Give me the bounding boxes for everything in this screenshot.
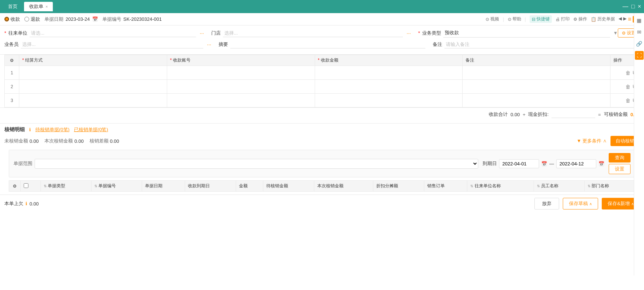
col-settings[interactable]: ⚙ [5, 55, 19, 66]
discount-input[interactable] [551, 111, 595, 118]
window-maximize-btn[interactable]: □ [631, 3, 635, 10]
row-1-num: 1 [5, 66, 19, 80]
toolbar-history[interactable]: 📋 历史单据 [591, 16, 615, 22]
window-minimize-btn[interactable]: — [623, 3, 628, 10]
vcol-gear[interactable]: ⚙ [9, 181, 21, 192]
shortcut-icon: ⊟ [532, 17, 535, 22]
row-3-delete-btn[interactable]: 🗑 [625, 97, 631, 103]
toolbar-print[interactable]: 🖨 打印 [555, 16, 570, 22]
date-field: 单据日期 2023-03-24 📅 [44, 16, 98, 23]
toolbar-operation[interactable]: ⚙ 操作 [573, 16, 587, 22]
tab-active[interactable]: 收款单 × [24, 2, 53, 11]
select-all-checkbox[interactable] [24, 183, 28, 188]
col-settlement: * 结算方式 [19, 55, 167, 66]
row-2-num: 2 [5, 80, 19, 94]
business-type-label: 业务类型 [422, 30, 441, 36]
staff-input[interactable] [21, 40, 203, 48]
radio-refund-label: 退款 [31, 16, 40, 23]
form-area: * 往来单位 ··· 门店 ··· * 业务类型 预收款 ▼ ⚙ 设置 [0, 26, 644, 55]
verify-info-icon[interactable]: ℹ [29, 127, 31, 132]
row-2-amount-input[interactable] [315, 80, 463, 93]
prev-value: 0.00 [30, 201, 39, 207]
radio-refund[interactable]: 退款 [24, 16, 40, 23]
table-header-row: ⚙ * 结算方式 * 收款账号 * 收款金额 备注 操作 [5, 55, 640, 66]
sidebar-table-btn[interactable]: ▦ [635, 16, 644, 25]
window-close-btn[interactable]: × [638, 3, 641, 10]
sort-icon-dept: ⇅ [588, 184, 590, 188]
row-1-account-input[interactable] [167, 66, 315, 79]
row-1-remark-input[interactable] [463, 66, 610, 79]
form-row-2: 业务员 ··· 摘要 备注 [4, 40, 640, 48]
nav-prev-icon[interactable]: ◀ [619, 16, 622, 23]
radio-collection-input[interactable] [4, 17, 9, 21]
row-2-settlement-input[interactable] [19, 80, 167, 93]
row-3-account-input[interactable] [167, 94, 315, 107]
calendar-to-icon[interactable]: 📅 [598, 161, 604, 166]
business-type-dropdown-icon[interactable]: ▼ [613, 30, 618, 36]
verify-tab-done[interactable]: 已核销单据(0笔) [74, 126, 108, 133]
row-3-account [167, 94, 315, 107]
date-from-input[interactable] [499, 159, 539, 168]
radio-refund-input[interactable] [24, 17, 29, 21]
tab-home[interactable]: 首页 [3, 2, 23, 11]
calendar-icon[interactable]: 📅 [92, 16, 98, 22]
summary-input[interactable] [230, 40, 425, 48]
vcol-amount: 金额 [236, 181, 263, 192]
verify-table-header: ⚙ ⇅ 单据类型 ⇅ 单据编号 单据日期 [9, 181, 635, 192]
toolbar-shortcut[interactable]: ⊟ 快捷键 [530, 15, 552, 23]
summary-label: 摘要 [219, 41, 228, 48]
row-2-remark-input[interactable] [463, 80, 610, 93]
tab-bar-left: 首页 收款单 × [3, 2, 53, 11]
counterpart-more-icon[interactable]: ··· [200, 30, 204, 36]
radio-collection[interactable]: 收款 [4, 16, 20, 23]
remark-input[interactable] [444, 40, 640, 48]
settings-gear-icon: ⚙ [622, 31, 626, 36]
sidebar-link-icon: 🔗 [636, 41, 642, 47]
vcol-pending-amount: 待核销金额 [263, 181, 314, 192]
counterpart-input[interactable] [30, 29, 196, 37]
sidebar-link-btn[interactable]: 🔗 [635, 39, 644, 48]
range-select[interactable] [35, 159, 478, 169]
row-1-settlement-input[interactable] [19, 66, 167, 79]
row-3-settlement-input[interactable] [19, 94, 167, 107]
row-1-remark [463, 66, 610, 80]
sidebar-table-icon: ▦ [637, 17, 641, 23]
save-new-chevron-icon: ∧ [631, 202, 634, 206]
vcol-date: 单据日期 [142, 181, 185, 192]
save-draft-button[interactable]: 保存草稿 ∧ [563, 198, 598, 209]
sidebar-mail-btn[interactable]: ✉ [635, 28, 644, 36]
toolbar-video[interactable]: ⊙ 视频 [486, 16, 499, 22]
discard-button[interactable]: 放弃 [534, 198, 559, 209]
row-1-amount-input[interactable] [315, 66, 463, 79]
summary-field: 摘要 [219, 40, 425, 48]
verify-tab-pending[interactable]: 待核销单据(0笔) [35, 126, 70, 133]
vcol-number: ⇅ 单据编号 [91, 181, 142, 192]
query-btn[interactable]: 查询 [609, 153, 631, 162]
vcol-checkbox[interactable] [21, 181, 41, 192]
tab-close-icon[interactable]: × [46, 4, 48, 9]
row-3-remark-input[interactable] [463, 94, 610, 107]
row-1-account [167, 66, 315, 80]
nav-list-icon[interactable]: ≡ [628, 16, 631, 23]
store-input[interactable] [223, 29, 403, 37]
nav-next-icon[interactable]: ▶ [623, 16, 627, 23]
row-3-amount-input[interactable] [315, 94, 463, 107]
divider2: | [525, 17, 526, 22]
print-icon: 🖨 [555, 17, 560, 22]
sidebar-camera-btn[interactable]: ⛶ [635, 51, 644, 60]
row-2-account-input[interactable] [167, 80, 315, 93]
more-conditions-btn[interactable]: ▼ 更多条件 ∧ [577, 138, 607, 144]
store-more-icon[interactable]: ··· [407, 30, 411, 36]
save-draft-chevron-icon: ∧ [589, 202, 592, 206]
calendar-from-icon[interactable]: 📅 [541, 161, 547, 166]
date-to-input[interactable] [556, 159, 596, 168]
row-1-delete-btn[interactable]: 🗑 [625, 70, 631, 76]
info-icon-bottom[interactable]: ℹ [25, 201, 27, 206]
business-type-value: 预收款 [443, 28, 610, 38]
toolbar-help[interactable]: ⊙ 帮助 [508, 16, 521, 22]
sort-icon-number: ⇅ [94, 184, 97, 188]
staff-more-icon[interactable]: ··· [207, 42, 211, 47]
row-3-amount [315, 94, 463, 107]
setup-btn[interactable]: 设置 [609, 164, 631, 174]
row-2-delete-btn[interactable]: 🗑 [625, 83, 631, 90]
